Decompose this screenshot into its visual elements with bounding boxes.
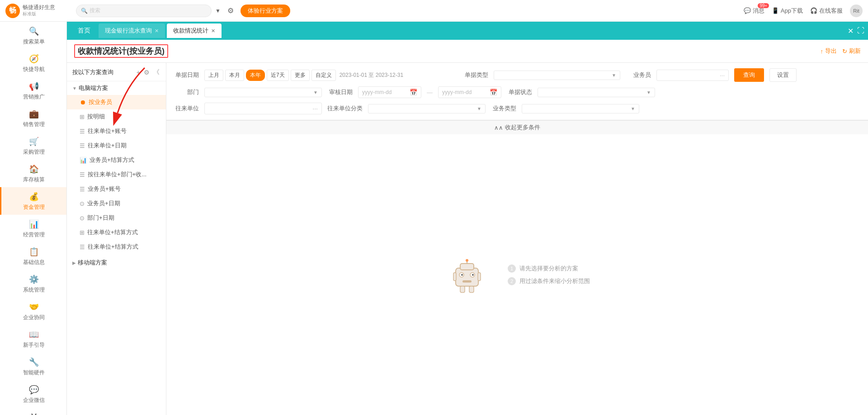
type-label: 单据类型 [463,71,488,79]
sidebar-item-member[interactable]: V 畅会员 [0,408,66,415]
header-search[interactable]: 🔍 搜索 [76,5,212,17]
message-btn[interactable]: 💬 消息 99+ [744,7,764,15]
export-icon: ↑ [821,48,824,55]
partner-select[interactable]: ··· [204,103,322,114]
scheme-group-desktop-header[interactable]: ▼ 电脑端方案 [67,81,166,95]
dots-icon[interactable]: ··· [312,105,318,112]
date-btn-this-month[interactable]: 本月 [225,70,244,81]
scheme-settings-btn[interactable]: ⚙ [143,67,151,77]
tab-collection-stats[interactable]: 收款情况统计 ✕ [167,24,222,38]
sidebar-item-basic-info[interactable]: 📋 基础信息 [0,242,66,270]
scheme-item-salesman-date[interactable]: ⊙ 业务员+日期 [67,196,166,211]
sidebar-item-sales[interactable]: 💼 销售管理 [0,104,66,132]
try-industry-btn[interactable]: 体验行业方案 [241,5,290,17]
scheme-item-partner-settle1[interactable]: ⊞ 往来单位+结算方式 [67,225,166,240]
date-btn-this-year[interactable]: 本年 [246,70,265,81]
svg-rect-8 [462,280,472,283]
collapse-conditions-btn[interactable]: ∧∧ 收起更多条件 [166,120,868,134]
date-btn-last-month[interactable]: 上月 [204,70,223,81]
date-btn-more[interactable]: 更多 [291,70,310,81]
calendar-icon[interactable]: 📅 [490,89,497,96]
sidebar-item-label: 智能硬件 [23,369,45,377]
dept-select[interactable]: ▼ [204,88,322,97]
svg-rect-9 [453,273,456,281]
sidebar-item-purchase[interactable]: 🛒 采购管理 [0,132,66,160]
filter-settings-btn[interactable]: 设置 [769,68,797,82]
tab-bank-flow[interactable]: 现金银行流水查询 ✕ [99,24,165,38]
left-panel-header: 按以下方案查询 + ⚙ 《 [67,63,166,81]
doc-type-select[interactable]: ▼ [494,71,620,80]
refresh-btn[interactable]: ↻ 刷新 [842,47,861,55]
scheme-icon: ☰ [80,171,85,178]
quicknav-icon: 🧭 [29,54,39,64]
review-date-start[interactable]: yyyy-mm-dd 📅 [358,86,421,98]
tab-close-all-btn[interactable]: ✕ [848,27,854,35]
scheme-icon: ☰ [80,128,85,135]
date-btn-custom[interactable]: 自定义 [311,70,336,81]
tab-home[interactable]: 首页 [71,22,98,40]
filter-row-2: 部门 ▼ 审核日期 yyyy-mm-dd 📅 — [174,86,861,98]
sidebar: 🔍 搜索菜单 🧭 快捷导航 📢 营销推广 💼 销售管理 🛒 采购管理 🏠 库存核… [0,22,67,415]
header-mid: ▼ ⚙ 体验行业方案 [215,5,740,17]
svg-point-7 [472,274,474,276]
status-select[interactable]: ▼ [538,88,655,97]
header-dropdown[interactable]: ▼ [215,8,221,14]
calendar-icon[interactable]: 📅 [410,89,417,96]
chevron-down-icon: ▼ [631,106,635,111]
sidebar-item-search[interactable]: 🔍 搜索菜单 [0,22,66,49]
user-avatar[interactable]: Rit [850,5,863,17]
chevron-down-icon: ▼ [612,73,616,78]
biz-type-select[interactable]: ▼ [522,104,639,113]
export-btn[interactable]: ↑ 导出 [821,47,837,55]
online-service-btn[interactable]: 🎧 在线客服 [810,7,843,15]
partner-cat-select[interactable]: ▼ [368,104,486,113]
sidebar-item-system[interactable]: ⚙️ 系统管理 [0,270,66,297]
scheme-item-partner-date[interactable]: ☰ 往来单位+日期 [67,138,166,153]
scheme-item-partner-dept[interactable]: ☰ 按往来单位+部门+收... [67,167,166,182]
query-btn[interactable]: 查询 [734,68,764,82]
wechat-icon: 💬 [29,385,39,395]
sidebar-item-quicknav[interactable]: 🧭 快捷导航 [0,49,66,77]
sidebar-item-guide[interactable]: 📖 新手引导 [0,325,66,353]
date-btn-7days[interactable]: 近7天 [267,70,289,81]
scheme-icon: ⊙ [80,215,85,222]
sidebar-item-collab[interactable]: 🤝 企业协同 [0,297,66,325]
app-download-btn[interactable]: 📱 App下载 [772,7,803,15]
filter-area: 单据日期 上月 本月 本年 近7天 更多 自定义 2023-01-01 至 20… [166,63,868,120]
scheme-item-salesman-settle[interactable]: 📊 业务员+结算方式 [67,153,166,167]
settings-icon-btn[interactable]: ⚙ [224,5,237,17]
scheme-item-partner-account[interactable]: ☰ 往来单位+账号 [67,124,166,138]
sidebar-item-inventory[interactable]: 🏠 库存核算 [0,160,66,187]
scheme-item-salesman[interactable]: ⏺ 按业务员 [67,95,166,109]
scheme-item-dept-date[interactable]: ⊙ 部门+日期 [67,211,166,225]
sidebar-item-finance[interactable]: 💰 资金管理 [0,187,66,215]
sidebar-item-wechat[interactable]: 💬 企业微信 [0,380,66,408]
tab-expand-btn[interactable]: ⛶ [857,27,864,35]
sidebar-item-hardware[interactable]: 🔧 智能硬件 [0,353,66,380]
empty-robot-icon [444,252,490,297]
operations-icon: 📊 [29,219,39,229]
salesman-select[interactable]: ··· [656,70,729,81]
message-badge: 99+ [758,3,769,8]
scheme-item-partner-settle2[interactable]: ☰ 往来单位+结算方式 [67,240,166,254]
scheme-item-detail[interactable]: ⊞ 按明细 [67,109,166,124]
main-layout: 🔍 搜索菜单 🧭 快捷导航 📢 营销推广 💼 销售管理 🛒 采购管理 🏠 库存核… [0,22,868,415]
sidebar-item-label: 企业微信 [23,396,45,404]
tab-close-bank[interactable]: ✕ [155,28,159,34]
sidebar-item-operations[interactable]: 📊 经营管理 [0,215,66,242]
collapse-panel-btn[interactable]: 《 [152,67,160,77]
guide-icon: 📖 [29,330,39,340]
review-date-end[interactable]: yyyy-mm-dd 📅 [438,86,501,98]
sidebar-item-label: 快捷导航 [23,66,45,73]
tab-close-stats[interactable]: ✕ [211,28,215,34]
page-actions: ↑ 导出 ↻ 刷新 [821,47,861,55]
scheme-item-salesman-account[interactable]: ☰ 业务员+账号 [67,182,166,196]
toggle-icon: ▼ [72,86,77,91]
message-icon: 💬 [744,7,751,14]
sidebar-item-label: 营销推广 [23,93,45,101]
service-icon: 🎧 [810,7,817,14]
scheme-group-mobile-header[interactable]: ▶ 移动端方案 [67,256,166,269]
filter-row-3: 往来单位 ··· 往来单位分类 ▼ 业务类型 [174,103,861,114]
sidebar-item-marketing[interactable]: 📢 营销推广 [0,77,66,104]
add-scheme-btn[interactable]: + [136,67,141,77]
